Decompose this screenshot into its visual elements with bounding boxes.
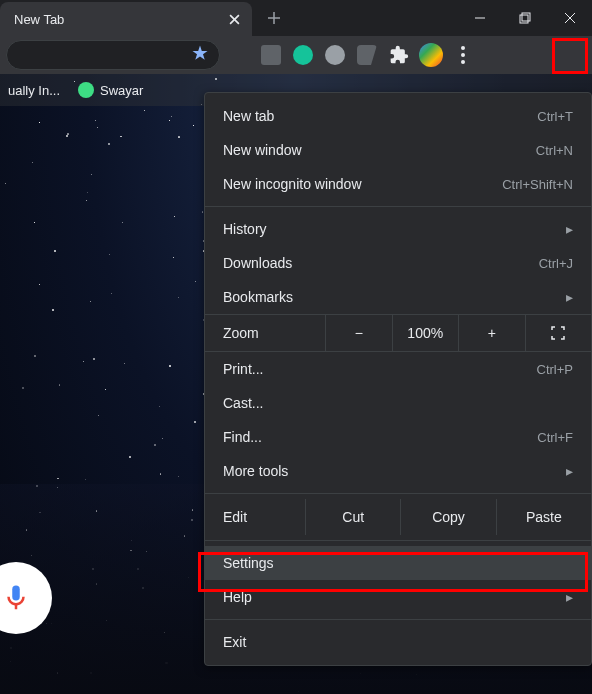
extension-icon[interactable] (256, 40, 286, 70)
cut-button[interactable]: Cut (305, 499, 400, 535)
chevron-right-icon: ▸ (566, 221, 573, 237)
new-tab-button[interactable] (260, 4, 288, 32)
kebab-menu-button[interactable] (448, 40, 478, 70)
menu-bookmarks[interactable]: Bookmarks▸ (205, 280, 591, 314)
minimize-button[interactable] (457, 0, 502, 36)
menu-more-tools[interactable]: More tools▸ (205, 454, 591, 488)
menu-new-tab[interactable]: New tabCtrl+T (205, 99, 591, 133)
menu-settings[interactable]: Settings (205, 546, 591, 580)
menu-history[interactable]: History▸ (205, 212, 591, 246)
browser-tab[interactable]: New Tab (0, 2, 252, 36)
menu-exit[interactable]: Exit (205, 625, 591, 659)
chevron-right-icon: ▸ (566, 463, 573, 479)
chevron-right-icon: ▸ (566, 289, 573, 305)
menu-find[interactable]: Find...Ctrl+F (205, 420, 591, 454)
menu-zoom-row: Zoom − 100% + (205, 314, 591, 352)
menu-new-window[interactable]: New windowCtrl+N (205, 133, 591, 167)
copy-button[interactable]: Copy (400, 499, 495, 535)
menu-separator (205, 493, 591, 494)
svg-rect-1 (522, 13, 530, 21)
window-controls (457, 0, 592, 36)
extensions-puzzle-icon[interactable] (384, 40, 414, 70)
fullscreen-button[interactable] (525, 315, 592, 351)
menu-cast[interactable]: Cast... (205, 386, 591, 420)
menu-downloads[interactable]: DownloadsCtrl+J (205, 246, 591, 280)
edit-label: Edit (205, 509, 305, 525)
menu-edit-row: Edit Cut Copy Paste (205, 499, 591, 535)
tab-strip: New Tab (0, 0, 592, 36)
menu-separator (205, 206, 591, 207)
bookmark-star-icon[interactable] (191, 44, 209, 66)
menu-incognito[interactable]: New incognito windowCtrl+Shift+N (205, 167, 591, 201)
toolbar (0, 36, 592, 74)
profile-avatar[interactable] (416, 40, 446, 70)
chevron-right-icon: ▸ (566, 589, 573, 605)
zoom-in-button[interactable]: + (458, 315, 525, 351)
close-tab-icon[interactable] (226, 11, 242, 27)
globe-icon[interactable] (320, 40, 350, 70)
svg-rect-0 (520, 15, 528, 23)
paste-button[interactable]: Paste (496, 499, 591, 535)
zoom-level: 100% (392, 315, 459, 351)
address-bar[interactable] (6, 40, 220, 70)
grammarly-icon[interactable] (288, 40, 318, 70)
menu-print[interactable]: Print...Ctrl+P (205, 352, 591, 386)
menu-help[interactable]: Help▸ (205, 580, 591, 614)
menu-separator (205, 540, 591, 541)
maximize-button[interactable] (502, 0, 547, 36)
tab-title: New Tab (14, 12, 216, 27)
chrome-menu: New tabCtrl+T New windowCtrl+N New incog… (204, 92, 592, 666)
zoom-label: Zoom (205, 325, 325, 341)
zoom-out-button[interactable]: − (325, 315, 392, 351)
extension-icon-2[interactable] (352, 40, 382, 70)
close-window-button[interactable] (547, 0, 592, 36)
menu-separator (205, 619, 591, 620)
